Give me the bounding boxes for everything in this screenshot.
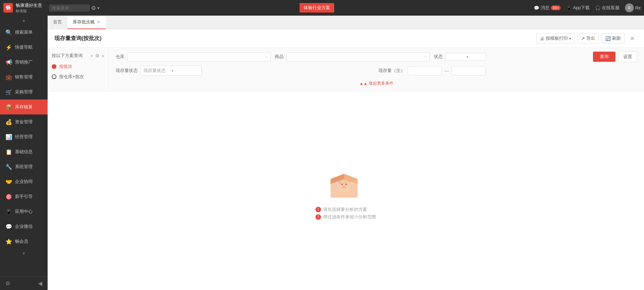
money-icon: 💰 xyxy=(5,119,12,125)
collapse-row[interactable]: ▲▲ 收起更多条件 xyxy=(116,79,637,88)
collapse-sidebar-icon[interactable]: ◀ xyxy=(38,280,42,287)
sidebar-bottom: ⚙ ◀ xyxy=(0,276,48,290)
query-btn[interactable]: 查询 xyxy=(593,52,615,62)
sidebar-item-operation[interactable]: 📊 经营管理 xyxy=(0,129,48,144)
status-select[interactable]: ▾ xyxy=(445,53,486,61)
product-input[interactable] xyxy=(286,52,430,61)
search-input[interactable] xyxy=(49,4,90,12)
inventory-status-dropdown-icon: ▾ xyxy=(172,69,199,73)
box-icon: 📦 xyxy=(5,104,12,110)
inventory-status-value: 现存量状态 xyxy=(143,68,170,74)
sidebar-item-search[interactable]: 🔍 搜索菜单 xyxy=(0,25,48,40)
filter-group-status: 状态 ▾ xyxy=(434,53,589,61)
tab-close-inventory-batch[interactable]: ✕ xyxy=(97,20,100,24)
chat-icon: 💬 xyxy=(5,223,12,230)
status-dropdown-icon: ▾ xyxy=(467,55,483,59)
warehouse-label: 仓库 xyxy=(116,54,124,60)
scheme-dot xyxy=(52,74,56,79)
handshake-icon: 🤝 xyxy=(5,178,12,185)
filter-group-product: 商品 ··· xyxy=(275,52,430,61)
sales-icon: 💼 xyxy=(5,74,12,80)
marketing-icon: 📢 xyxy=(5,59,12,66)
messages-btn[interactable]: 💬 消息 99+ xyxy=(534,5,561,11)
collapse-up-icon: ▲▲ xyxy=(359,81,368,86)
tab-home[interactable]: 首页 xyxy=(48,16,67,29)
svg-point-6 xyxy=(345,183,347,185)
refresh-btn[interactable]: 🔄 刷新 xyxy=(601,33,625,43)
warehouse-input[interactable] xyxy=(127,52,271,61)
scheme-add-icon[interactable]: + xyxy=(90,53,93,58)
sidebar-item-finance[interactable]: 💰 资金管理 xyxy=(0,114,48,129)
print-dropdown-icon[interactable]: ▾ xyxy=(569,37,571,40)
export-btn[interactable]: ↗ 导出 xyxy=(577,33,599,43)
sidebar-item-marketing[interactable]: 📢 营销推广 xyxy=(0,55,48,70)
inventory-main-input-to[interactable] xyxy=(452,66,486,75)
hint1-num: 1 xyxy=(316,207,321,212)
collapse-label: 收起更多条件 xyxy=(369,80,393,86)
empty-hint-2: 2 用过滤条件来缩小分析范围 xyxy=(316,214,376,220)
sidebar: ▲ 🔍 搜索菜单 ⚡ 快捷导航 📢 营销推广 💼 销售管理 🛒 采购管理 📦 库… xyxy=(0,16,48,290)
app-logo: 畅 xyxy=(3,3,13,13)
messages-badge: 99+ xyxy=(551,5,561,10)
app-title: 畅康通好生意 xyxy=(16,2,42,8)
inventory-main-input-from[interactable] xyxy=(408,66,442,75)
scheme-item-by-warehouse-batch[interactable]: 按仓库+批次 xyxy=(48,72,108,82)
sidebar-item-newguide[interactable]: 🎯 新手引导 xyxy=(0,189,48,204)
settings-icon[interactable]: ⚙ xyxy=(91,5,96,11)
online-service-btn[interactable]: 🎧 在线客服 xyxy=(595,5,620,11)
user-avatar-btn[interactable]: R Rit xyxy=(625,3,641,12)
filter-group-inventory-status: 现存量状态 现存量状态 ▾ xyxy=(116,66,374,76)
inventory-status-select[interactable]: 现存量状态 ▾ xyxy=(140,66,202,76)
page-content: 现存量查询(按批次) 🖨 按模板打印 ▾ ↗ 导出 🔄 刷新 xyxy=(48,29,644,290)
sidebar-scroll-up[interactable]: ▲ xyxy=(0,16,48,25)
content-area: 首页 库存批次账 ✕ 现存量查询(按批次) 🖨 按模板打印 ▾ ↗ xyxy=(48,16,644,290)
sidebar-item-system[interactable]: 🔧 系统管理 xyxy=(0,159,48,174)
sidebar-item-appcenter[interactable]: 📱 应用中心 xyxy=(0,204,48,219)
settings-bottom-icon[interactable]: ⚙ xyxy=(5,280,10,287)
scheme-settings-icon[interactable]: ⚙ xyxy=(95,53,100,58)
app-download-btn[interactable]: 📱 App下载 xyxy=(566,5,590,11)
filter-group-warehouse: 仓库 ··· xyxy=(116,52,271,61)
export-icon: ↗ xyxy=(581,36,585,41)
filter-area: 按以下方案查询 + ⚙ « 按批次 按仓库+批次 xyxy=(48,48,644,91)
scheme-item-by-batch[interactable]: 按批次 xyxy=(48,61,108,72)
page-close-btn[interactable]: ✕ xyxy=(627,34,637,43)
phone-icon: 📱 xyxy=(566,5,572,11)
chart-icon: 📊 xyxy=(5,133,12,140)
inventory-status-label: 现存量状态 xyxy=(116,68,138,74)
tab-inventory-batch[interactable]: 库存批次账 ✕ xyxy=(67,16,106,29)
sidebar-item-wechat[interactable]: 💬 企业微信 xyxy=(0,219,48,234)
sidebar-item-enterprise[interactable]: 🤝 企业协同 xyxy=(0,174,48,189)
sidebar-item-member[interactable]: ⭐ 畅会员 xyxy=(0,234,48,249)
sidebar-item-sales[interactable]: 💼 销售管理 xyxy=(0,70,48,85)
warehouse-input-wrap: ··· xyxy=(127,52,271,61)
sidebar-scroll-down[interactable]: ▼ xyxy=(0,249,48,258)
hint1-text: 请先选择要分析的方案 xyxy=(323,206,367,213)
message-icon: 💬 xyxy=(534,5,539,11)
filter-row-1: 仓库 ··· 商品 ··· xyxy=(116,51,637,62)
print-btn[interactable]: 🖨 按模板打印 ▾ xyxy=(536,33,575,43)
sidebar-item-quicknav[interactable]: ⚡ 快捷导航 xyxy=(0,40,48,55)
product-more-icon[interactable]: ··· xyxy=(424,54,427,59)
experience-btn[interactable]: 体验行业方案 xyxy=(300,3,334,13)
filter-group-inventory-main: 现存量（主） — xyxy=(378,66,637,75)
filter-panel: 仓库 ··· 商品 ··· xyxy=(109,48,644,91)
filter-actions: 查询 设置 xyxy=(593,51,637,62)
inventory-main-label: 现存量（主） xyxy=(378,68,405,74)
warehouse-more-icon[interactable]: ··· xyxy=(265,54,268,59)
empty-hints: 1 请先选择要分析的方案 2 用过滤条件来缩小分析范围 xyxy=(316,206,376,221)
app-subtitle: 标准版 xyxy=(16,8,42,14)
empty-svg xyxy=(322,160,370,201)
product-input-wrap: ··· xyxy=(286,52,430,61)
empty-illustration xyxy=(322,160,370,201)
dropdown-icon[interactable]: ▾ xyxy=(97,5,100,11)
clipboard-icon: 📋 xyxy=(5,148,12,155)
settings-btn[interactable]: 设置 xyxy=(618,51,637,62)
sidebar-item-inventory[interactable]: 📦 库存核算 xyxy=(0,99,48,114)
sidebar-item-basic[interactable]: 📋 基础信息 xyxy=(0,144,48,159)
scheme-collapse-icon[interactable]: « xyxy=(102,53,104,58)
sidebar-item-purchase[interactable]: 🛒 采购管理 xyxy=(0,85,48,99)
scheme-header: 按以下方案查询 + ⚙ « xyxy=(48,51,108,61)
filter-dash: — xyxy=(444,68,449,73)
empty-state: 1 请先选择要分析的方案 2 用过滤条件来缩小分析范围 xyxy=(48,91,644,290)
